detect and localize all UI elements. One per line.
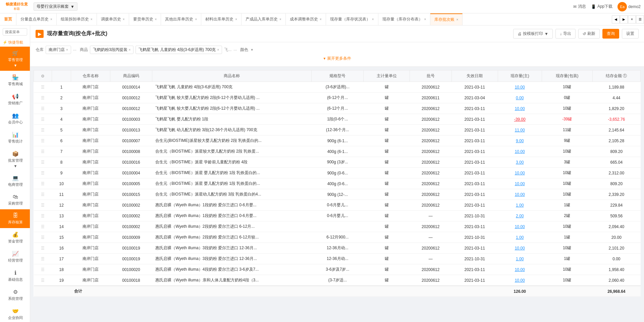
row-gear[interactable]: ☰ <box>34 254 52 264</box>
row-gear[interactable]: ☰ <box>34 157 52 168</box>
sidebar-item-retail-stats[interactable]: 📊 零售统计 <box>0 128 30 147</box>
row-gear[interactable]: ☰ <box>34 93 52 103</box>
close-icon[interactable]: × <box>235 17 237 21</box>
sidebar-item-business[interactable]: 📈 经营管理 <box>0 247 30 266</box>
row-gear[interactable]: ☰ <box>34 232 52 243</box>
print-btn[interactable]: 🖨 按模板打印 ▼ <box>513 29 553 39</box>
sidebar-item-inventory[interactable]: 🗄 库存核算 <box>0 209 30 228</box>
product-dots[interactable]: ··· <box>233 48 237 52</box>
row-gear[interactable]: ☰ <box>34 264 52 275</box>
row-gear[interactable]: ☰ <box>34 178 52 189</box>
sidebar-item-ecommerce[interactable]: 💻 电商管理 <box>0 171 30 191</box>
tab-10[interactable]: 现存量（库存分布表） × <box>378 13 431 25</box>
row-qty1[interactable]: 10.00 <box>498 168 542 178</box>
product-tag-2[interactable]: 飞鹤星飞帆 儿童奶粉 4段(3-6岁适用) 700克 × <box>136 46 222 54</box>
sidebar-item-finance[interactable]: 💰 资金管理 <box>0 228 30 247</box>
row-qty1[interactable]: 10.00 <box>498 146 542 157</box>
user-area[interactable]: Ea demo2 <box>618 2 641 11</box>
quick-nav[interactable]: ⚡ 快捷导航 <box>0 38 30 47</box>
sidebar-item-retail-store[interactable]: 🏪 零售商城 <box>0 71 30 90</box>
row-gear[interactable]: ☰ <box>34 103 52 114</box>
tab-8[interactable]: 成本调整单历史 × <box>286 13 326 25</box>
row-qty1[interactable]: 10.00 <box>498 275 542 286</box>
row-gear[interactable]: ☰ <box>34 136 52 146</box>
row-qty1[interactable]: 1.00 <box>498 200 542 211</box>
row-qty1[interactable]: 10.00 <box>498 221 542 232</box>
close-icon[interactable]: × <box>456 18 458 21</box>
sidebar-item-basic[interactable]: ℹ 基础信息 <box>0 266 30 285</box>
tab-prev-btn[interactable]: ◀ <box>612 15 620 23</box>
tab-9[interactable]: 现存量（库存状况表） × <box>326 13 378 25</box>
refresh-btn[interactable]: ↺ 刷新 <box>578 29 600 39</box>
row-qty1[interactable]: 10.00 <box>498 178 542 189</box>
row-gear[interactable]: ☰ <box>34 125 52 136</box>
sidebar-item-purchase[interactable]: 🛍 采购管理 <box>0 191 30 209</box>
row-qty1[interactable]: 10.00 <box>498 82 542 93</box>
message-btn[interactable]: ✉ 消息 <box>573 4 586 9</box>
row-qty1[interactable]: 1.00 <box>498 232 542 243</box>
export-btn[interactable]: ↓ 导出 <box>555 29 576 39</box>
tab-3[interactable]: 调拨单历史 × <box>97 13 129 25</box>
close-icon[interactable]: × <box>91 17 93 21</box>
sidebar-item-marketing[interactable]: 📢 营销推广 <box>0 90 30 109</box>
close-icon[interactable]: × <box>279 17 281 21</box>
expand-more-btn[interactable]: ▼ 展开更多条件 <box>36 54 639 63</box>
row-gear[interactable]: ☰ <box>34 275 52 286</box>
tab-4[interactable]: 要货单历史 × <box>129 13 161 25</box>
warehouse-tag[interactable]: 南岸门店 × <box>46 46 71 54</box>
product-tag-1[interactable]: 飞鹤奶粉3段丙提装 × <box>90 46 134 54</box>
expand-arrow[interactable]: ▶ <box>36 30 44 38</box>
search-input[interactable] <box>3 28 27 36</box>
row-qty1[interactable]: 2.00 <box>498 211 542 221</box>
row-gear[interactable]: ☰ <box>34 200 52 211</box>
row-gear[interactable]: ☰ <box>34 221 52 232</box>
gear-icon[interactable]: ⚙ <box>41 74 45 78</box>
row-qty1[interactable]: 0.00 <box>498 93 542 103</box>
tab-2[interactable]: 组装拆卸单历史 × <box>57 13 97 25</box>
close-icon[interactable]: × <box>372 17 374 21</box>
org-selector[interactable]: 母婴行业演示账套 ▼ <box>34 2 77 11</box>
row-gear[interactable]: ☰ <box>34 82 52 93</box>
tab-1[interactable]: 分量盘点单历史 × <box>16 13 57 25</box>
row-qty1[interactable]: 9.00 <box>498 136 542 146</box>
row-gear[interactable]: ☰ <box>34 114 52 125</box>
row-gear[interactable]: ☰ <box>34 243 52 254</box>
tab-6[interactable]: 材料出库单历史 × <box>201 13 241 25</box>
close-icon[interactable]: × <box>195 17 197 21</box>
close-icon[interactable]: × <box>123 17 125 21</box>
tab-menu-btn[interactable]: ☰ <box>636 15 644 23</box>
color-arrow[interactable]: ▼ <box>250 48 254 52</box>
tab-home[interactable]: 首页 <box>0 13 16 25</box>
warehouse-more[interactable]: ··· <box>73 48 76 52</box>
settings-btn[interactable]: 设置 <box>622 29 639 39</box>
tab-7[interactable]: 产成品入库单历史 × <box>241 13 286 25</box>
tab-11[interactable]: 库存批次账 × <box>430 13 463 25</box>
warehouse-close-icon[interactable]: × <box>66 48 68 52</box>
sidebar-item-member[interactable]: 👥 会员中心 <box>0 109 30 128</box>
row-gear[interactable]: ☰ <box>34 211 52 221</box>
close-icon[interactable]: × <box>424 17 426 21</box>
row-qty1[interactable]: 11.00 <box>498 125 542 136</box>
row-qty1[interactable]: 10.00 <box>498 189 542 200</box>
row-gear[interactable]: ☰ <box>34 168 52 178</box>
close-icon[interactable]: × <box>320 17 322 21</box>
row-qty1[interactable]: -39.00 <box>498 114 542 125</box>
close-icon[interactable]: × <box>155 17 157 21</box>
row-qty1[interactable]: 10.00 <box>498 243 542 254</box>
query-btn[interactable]: 查询 <box>602 29 619 39</box>
product-close-icon-2[interactable]: × <box>217 48 219 52</box>
close-icon[interactable]: × <box>50 17 52 21</box>
product-more[interactable]: 飞... <box>224 47 231 53</box>
row-qty1[interactable]: 1.00 <box>498 254 542 264</box>
product-close-icon-1[interactable]: × <box>129 48 131 52</box>
sidebar-item-retail-mgmt[interactable]: 🛒 零售管理 ▼ <box>0 47 30 71</box>
sidebar-item-system[interactable]: ⚙ 系统管理 <box>0 285 30 305</box>
tab-close-btn[interactable]: × <box>628 15 636 23</box>
row-qty1[interactable]: 10.00 <box>498 264 542 275</box>
row-qty1[interactable]: 3.00 <box>498 157 542 168</box>
sidebar-item-wholesale[interactable]: 📦 批发管理 ▼ <box>0 147 30 171</box>
row-gear[interactable]: ☰ <box>34 146 52 157</box>
sidebar-item-collab[interactable]: 🤝 企业协同 <box>0 305 30 322</box>
tab-5[interactable]: 其他出库单历史 × <box>161 13 201 25</box>
tab-next-btn[interactable]: ▶ <box>620 15 628 23</box>
